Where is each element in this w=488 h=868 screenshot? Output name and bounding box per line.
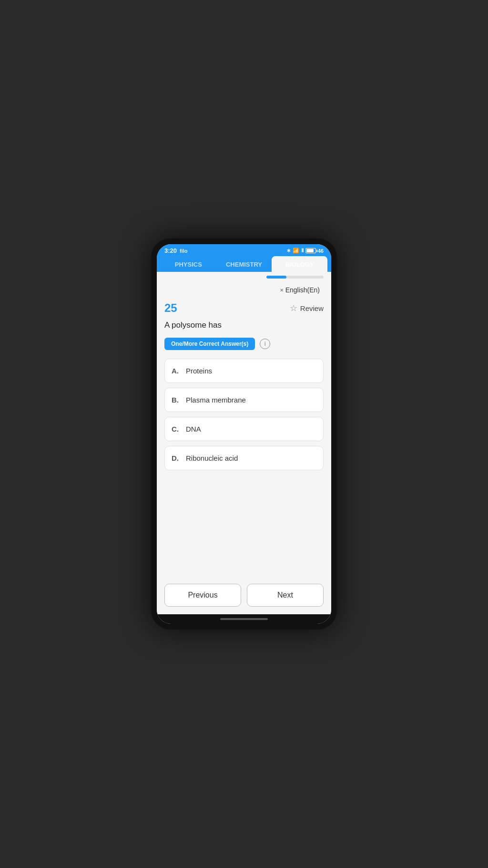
progress-area — [157, 272, 331, 280]
battery-percentage: 46 — [318, 248, 324, 254]
option-c-text: DNA — [186, 425, 201, 433]
chevron-down-icon: ✕ — [280, 288, 284, 293]
option-a[interactable]: A. Proteins — [164, 359, 324, 383]
question-text: A polysome has — [164, 320, 324, 331]
tab-physics[interactable]: PHYSICS — [161, 256, 216, 272]
option-a-letter: A. — [172, 367, 180, 375]
status-bar: 3:20 filo ∗ 📶 Ⅱ 46 — [157, 244, 331, 256]
tab-chemistry[interactable]: CHEMISTRY — [216, 256, 272, 272]
language-label: English(En) — [285, 286, 320, 294]
info-icon[interactable]: i — [260, 339, 270, 349]
option-d-letter: D. — [172, 454, 180, 462]
answer-type-badge: One/More Correct Answer(s) — [164, 338, 255, 350]
phone-shell: 3:20 filo ∗ 📶 Ⅱ 46 PHYSICS CHEMISTRY — [151, 238, 337, 630]
review-label: Review — [300, 304, 324, 312]
home-bar — [220, 618, 268, 620]
option-b-text: Plasma membrane — [186, 396, 246, 404]
progress-bar-fill — [266, 276, 286, 279]
phone-screen: 3:20 filo ∗ 📶 Ⅱ 46 PHYSICS CHEMISTRY — [157, 244, 331, 624]
battery-fill — [306, 249, 314, 252]
question-number: 25 — [164, 301, 177, 315]
option-a-text: Proteins — [186, 367, 212, 375]
signal-icon: Ⅱ — [301, 248, 304, 254]
review-button[interactable]: ☆ Review — [290, 303, 324, 313]
badge-row: One/More Correct Answer(s) i — [164, 338, 324, 350]
language-row: ✕ English(En) — [164, 284, 324, 296]
next-button[interactable]: Next — [247, 584, 324, 607]
previous-button[interactable]: Previous — [164, 584, 241, 607]
home-indicator — [157, 614, 331, 624]
option-b[interactable]: B. Plasma membrane — [164, 388, 324, 412]
tab-bar: PHYSICS CHEMISTRY BIOLOGY — [157, 256, 331, 272]
option-c-letter: C. — [172, 425, 180, 433]
status-app-name: filo — [180, 248, 188, 254]
language-selector[interactable]: ✕ English(En) — [276, 284, 324, 296]
status-right: ∗ 📶 Ⅱ 46 — [286, 248, 324, 254]
option-c[interactable]: C. DNA — [164, 417, 324, 441]
bluetooth-icon: ∗ — [286, 248, 291, 254]
main-content: ✕ English(En) 25 ☆ Review A polysome has… — [157, 280, 331, 579]
option-b-letter: B. — [172, 396, 180, 404]
status-time: 3:20 — [164, 247, 177, 254]
option-d[interactable]: D. Ribonucleic acid — [164, 446, 324, 470]
progress-bar-container — [266, 276, 324, 279]
question-header: 25 ☆ Review — [164, 301, 324, 315]
tab-biology[interactable]: BIOLOGY — [272, 256, 327, 272]
options-list: A. Proteins B. Plasma membrane C. DNA D.… — [164, 359, 324, 470]
status-left: 3:20 filo — [164, 247, 188, 254]
bottom-nav: Previous Next — [157, 579, 331, 614]
battery-icon — [305, 248, 316, 253]
option-d-text: Ribonucleic acid — [186, 454, 238, 462]
wifi-icon: 📶 — [293, 248, 299, 254]
star-icon: ☆ — [290, 303, 297, 313]
